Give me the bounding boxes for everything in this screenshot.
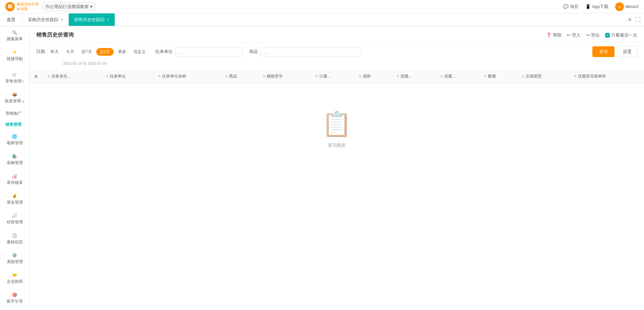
tab-home[interactable]: 首页 <box>0 13 22 26</box>
col-product[interactable]: ⇅商品 <box>221 70 259 83</box>
partner-input[interactable]: ... <box>175 47 243 56</box>
date-btn-last1month[interactable]: 近1月 <box>96 48 114 56</box>
date-btn-today[interactable]: 今天 <box>63 48 77 56</box>
import-btn[interactable]: ↩ 导入 <box>567 32 581 38</box>
sidebar-item-basic-info[interactable]: 📋 基础信息 <box>0 229 29 249</box>
sidebar-label-purchase: 采购管理 <box>7 160 23 166</box>
sidebar-item-search-menu[interactable]: 🔍 搜索菜单 <box>0 26 29 46</box>
dropdown-arrow-icon: ▾ <box>90 4 93 9</box>
topbar-right: 💬 淘豆 📱 App下载 d demo2 <box>563 2 639 11</box>
col-trade-type[interactable]: ⇅交易类型 <box>517 70 570 83</box>
sort-icon-product: ⇅ <box>225 74 228 78</box>
sort-icon-partner-code: ⇅ <box>106 74 108 78</box>
date-btn-custom[interactable]: 自定义 <box>130 48 149 56</box>
sidebar-item-wholesale[interactable]: 📦 批发管理 ▲ <box>0 88 29 108</box>
tab-purchase-history[interactable]: 采购历史价跟踪 ✕ <box>22 13 69 26</box>
sidebar-label-operations: 经营管理 <box>7 219 23 225</box>
main-layout: 🔍 搜索菜单 ⚡ 快捷导航 🛒 零售管理 ▾ 📦 批发管理 ▲ 营销推广 销售管 <box>0 26 644 310</box>
purchase-icon: 🛍️ <box>12 154 17 159</box>
sort-icon-unit: ⇅ <box>315 74 318 78</box>
table-settings-icon[interactable]: ⚙ <box>34 74 38 79</box>
sidebar-sub-sales[interactable]: 销售管理 <box>0 119 29 130</box>
sidebar-item-app-center[interactable]: 📱 应用中心 <box>0 308 29 310</box>
tabbar-actions: ✕ ⛶ <box>624 13 644 26</box>
col-discount2[interactable]: ⇅优惠... <box>436 70 480 83</box>
sidebar-label-wholesale: 批发管理 <box>5 98 21 104</box>
help-message-btn[interactable]: 💬 淘豆 <box>563 4 579 10</box>
col-spec[interactable]: ⇅规格型号 <box>259 70 311 83</box>
only-last-once-checkbox[interactable]: ✓ <box>605 33 610 38</box>
product-filter-label: 商品 <box>249 49 258 55</box>
sidebar-item-new-guide[interactable]: 🎯 新手引导 <box>0 289 29 308</box>
topbar: 畅 畅捷信好生意 标准版 办公用品行业模拟账套 ▾ 💬 淘豆 📱 App下载 d… <box>0 0 644 13</box>
app-selector[interactable]: 办公用品行业模拟账套 ▾ <box>42 2 96 11</box>
operations-icon: 📈 <box>12 213 17 218</box>
avatar: d <box>615 2 624 11</box>
col-biz-date[interactable]: ⇅业务发生... <box>43 70 102 83</box>
app-download-btn[interactable]: 📱 App下载 <box>585 4 608 10</box>
sidebar-item-operations[interactable]: 📈 经营管理 <box>0 209 29 229</box>
sidebar-item-quick-nav[interactable]: ⚡ 快捷导航 <box>0 46 29 66</box>
product-filter-group: 商品 ... <box>249 47 361 56</box>
sort-icon-pre-tax: ⇅ <box>574 74 577 78</box>
system-icon: ⚙️ <box>12 253 17 258</box>
sidebar-label-enterprise-coop: 企业协同 <box>7 279 23 285</box>
help-btn[interactable]: ❓ 帮助 <box>546 32 561 38</box>
topbar-left: 畅 畅捷信好生意 标准版 办公用品行业模拟账套 ▾ <box>5 2 96 11</box>
sidebar-item-inventory[interactable]: 📊 库存核算 <box>0 170 29 190</box>
wholesale-expand-icon: ▲ <box>21 99 25 103</box>
sidebar-item-enterprise-coop[interactable]: 🤝 企业协同 <box>0 269 29 289</box>
col-quantity[interactable]: ⇅数量 <box>480 70 517 83</box>
col-discount1[interactable]: ⇅优惠... <box>392 70 436 83</box>
table-area: ⚙ ⇅业务发生... ⇅往来单位 ⇅往来单位名称 <box>30 70 644 310</box>
date-filter-label: 日期 <box>36 49 45 55</box>
sort-icon-biz-date: ⇅ <box>47 74 50 78</box>
sidebar-sub-marketing[interactable]: 营销推广 <box>0 108 29 119</box>
sidebar-label-new-guide: 新手引导 <box>7 299 23 304</box>
col-pre-tax-price[interactable]: ⇅优惠前无税单价 <box>570 70 644 83</box>
date-btn-last7[interactable]: 近7天 <box>78 48 95 56</box>
wholesale-icon: 📦 <box>12 92 17 97</box>
partner-filter-label: 往来单位 <box>155 49 173 55</box>
sidebar-item-retail[interactable]: 🛒 零售管理 ▾ <box>0 68 29 88</box>
tab-home-label: 首页 <box>7 17 15 23</box>
date-btn-yesterday[interactable]: 昨天 <box>48 48 62 56</box>
sidebar-label-basic-info: 基础信息 <box>7 239 23 245</box>
partner-filter-group: 往来单位 ... <box>155 47 243 56</box>
export-icon: ↪ <box>586 33 590 38</box>
help-circle-icon: ❓ <box>546 33 551 38</box>
settings-button[interactable]: 设置 <box>617 46 637 57</box>
product-input[interactable]: ... <box>261 47 361 56</box>
sidebar-label-search: 搜索菜单 <box>7 36 23 42</box>
page-header: 销售历史价查询 ❓ 帮助 ↩ 导入 ↪ 导出 ✓ <box>30 26 644 42</box>
tab-purchase-close-icon[interactable]: ✕ <box>60 18 63 21</box>
sort-icon-discount2: ⇅ <box>440 74 443 78</box>
tab-sales-history[interactable]: 销售历史价跟踪 ✕ <box>69 13 115 26</box>
only-last-once-checkbox-area[interactable]: ✓ 只看最后一次 <box>605 32 637 38</box>
sidebar-item-purchase[interactable]: 🛍️ 采购管理 <box>0 150 29 170</box>
col-partner-name[interactable]: ⇅往来单位名称 <box>154 70 221 83</box>
query-button[interactable]: 查询 <box>592 46 614 57</box>
col-unit[interactable]: ⇅计量... <box>311 70 355 83</box>
sidebar-item-system[interactable]: ⚙️ 系统管理 <box>0 249 29 269</box>
col-quote[interactable]: ⇅报价 <box>355 70 392 83</box>
fullscreen-btn[interactable]: ⛶ <box>635 17 641 23</box>
tabbar: 首页 采购历史价跟踪 ✕ 销售历史价跟踪 ✕ ✕ ⛶ <box>0 13 644 26</box>
empty-illustration: 📋 <box>322 110 352 138</box>
user-menu[interactable]: d demo2 <box>615 2 639 11</box>
page-title: 销售历史价查询 <box>36 32 74 39</box>
tab-sales-close-icon[interactable]: ✕ <box>107 18 109 21</box>
tab-purchase-label: 采购历史价跟踪 <box>28 17 58 23</box>
content-area: 销售历史价查询 ❓ 帮助 ↩ 导入 ↪ 导出 ✓ <box>30 26 644 310</box>
page-header-actions: ❓ 帮助 ↩ 导入 ↪ 导出 ✓ 只看最后一次 <box>546 32 637 38</box>
sidebar-label-quick-nav: 快捷导航 <box>7 56 23 62</box>
close-all-tabs-btn[interactable]: ✕ <box>628 16 632 23</box>
col-gear: ⚙ <box>30 70 43 83</box>
sidebar-item-finance[interactable]: 💰 资金管理 <box>0 190 29 209</box>
col-partner-code[interactable]: ⇅往来单位 <box>102 70 154 83</box>
logo-icon: 畅 <box>5 2 15 11</box>
export-btn[interactable]: ↪ 导出 <box>586 32 600 38</box>
date-btn-more[interactable]: 更多 <box>115 48 129 56</box>
sidebar-item-ecommerce[interactable]: 🌐 电商管理 <box>0 130 29 150</box>
sidebar: 🔍 搜索菜单 ⚡ 快捷导航 🛒 零售管理 ▾ 📦 批发管理 ▲ 营销推广 销售管 <box>0 26 30 310</box>
